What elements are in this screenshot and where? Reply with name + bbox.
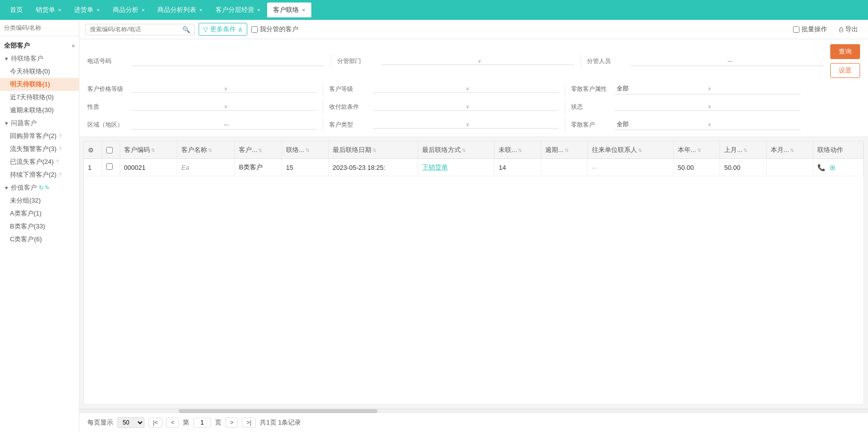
sort-icon[interactable]: ⇅ <box>743 147 747 153</box>
nav-close-icon[interactable]: × <box>199 7 202 13</box>
action-buttons: 查询 设置 <box>830 44 860 78</box>
td-last-contact-date: 2023-05-23 18:25: <box>328 159 418 176</box>
export-btn[interactable]: ⎙ 导出 <box>835 23 862 35</box>
search-icon[interactable]: 🔍 <box>182 26 190 33</box>
retail-customer-label: 零散客户 <box>571 121 611 129</box>
sort-icon[interactable]: ⇅ <box>697 147 701 153</box>
payment-label: 收付款条件 <box>329 103 369 111</box>
customer-level-label: 客户等级 <box>329 85 369 93</box>
th-checkbox[interactable] <box>102 142 120 159</box>
nav-close-icon[interactable]: × <box>58 7 61 13</box>
horizontal-scrollbar[interactable] <box>79 409 868 413</box>
my-customers-check-input[interactable] <box>251 26 258 33</box>
filter-nature: 性质 ∨ <box>87 103 317 111</box>
nav-purchase-order[interactable]: 进货单 × <box>68 2 105 17</box>
price-level-select[interactable]: ∨ <box>131 85 317 93</box>
sidebar-item-ungrouped[interactable]: 未分组(32) <box>0 194 79 207</box>
sidebar-group-value[interactable]: ▼ 价值客户 ↻ ✎ <box>0 181 79 194</box>
sidebar-group-pending[interactable]: ▼ 待联络客户 <box>0 52 79 65</box>
sort-icon[interactable]: ⇅ <box>208 147 212 153</box>
retail-attr-select[interactable]: 全部 ∨ <box>615 83 800 94</box>
sidebar-item-b-class[interactable]: B类客户(33) <box>0 220 79 233</box>
sort-icon[interactable]: ⇅ <box>258 147 262 153</box>
set-button[interactable]: 设置 <box>830 63 860 78</box>
nav-close-icon[interactable]: × <box>96 7 99 13</box>
bulk-action-btn[interactable]: 批量操作 <box>789 23 831 35</box>
my-customers-checkbox[interactable]: 我分管的客户 <box>251 25 298 34</box>
customer-type-select[interactable]: ∨ <box>373 121 559 129</box>
sidebar: 🔍 全部客户 « ▼ 待联络客户 今天待联络(0) 明天待联络(1) 近7天待联… <box>0 20 79 432</box>
help-icon: ? <box>59 133 62 139</box>
scrollbar-thumb[interactable] <box>179 409 377 413</box>
sort-icon[interactable]: ⇅ <box>638 147 642 153</box>
sidebar-item-repurchase-abnormal[interactable]: 回购异常客户(2) ? <box>0 130 79 143</box>
retail-customer-select[interactable]: 全部 ∨ <box>615 119 800 130</box>
select-all-checkbox[interactable] <box>106 147 113 153</box>
nav-customer-tier[interactable]: 客户分层经营 × <box>210 2 266 17</box>
td-last-contact-method[interactable]: 下销货单 <box>418 159 495 176</box>
sidebar-item-churn-warning[interactable]: 流失预警客户(3) ? <box>0 143 79 155</box>
grid-action-icon[interactable]: ⊞ <box>830 164 835 171</box>
payment-select[interactable]: ∨ <box>373 103 559 111</box>
collapse-icon[interactable]: « <box>72 42 75 49</box>
sidebar-all-customers[interactable]: 全部客户 « <box>0 38 79 52</box>
nature-select[interactable]: ∨ <box>131 103 317 111</box>
nav-product-analysis-list[interactable]: 商品分析列表 × <box>151 2 208 17</box>
sort-icon[interactable]: ⇅ <box>305 147 309 153</box>
bulk-checkbox[interactable] <box>793 26 799 33</box>
row-checkbox[interactable] <box>106 163 113 170</box>
sidebar-item-a-class[interactable]: A类客户(1) <box>0 207 79 220</box>
th-code: 客户编码⇅ <box>120 142 177 159</box>
sort-icon[interactable]: ⇅ <box>518 147 522 153</box>
sidebar-item-7days[interactable]: 近7天待联络(0) <box>0 91 79 104</box>
nav-close-icon[interactable]: × <box>302 7 305 13</box>
phone-action-icon[interactable]: 📞 <box>817 164 825 171</box>
sidebar-item-today[interactable]: 今天待联络(0) <box>0 65 79 78</box>
refresh-icon[interactable]: ↻ <box>39 184 44 191</box>
sidebar-search-input[interactable] <box>4 24 78 31</box>
search-input[interactable] <box>90 26 180 33</box>
person-select[interactable]: ··· <box>631 57 824 66</box>
ellipsis-icon[interactable]: ··· <box>727 58 822 65</box>
td-checkbox[interactable] <box>102 159 120 176</box>
ellipsis-icon[interactable]: ··· <box>224 121 315 128</box>
status-label: 状态 <box>571 103 611 111</box>
first-page-btn[interactable]: |< <box>148 418 162 428</box>
sort-icon[interactable]: ⇅ <box>372 147 376 153</box>
phone-input[interactable] <box>131 57 325 66</box>
sidebar-item-overdue[interactable]: 逾期未联络(30) <box>0 104 79 117</box>
td-action: 📞 ⊞ <box>813 159 863 176</box>
sort-icon[interactable]: ⇅ <box>462 147 466 153</box>
nav-sales-order[interactable]: 销货单 × <box>30 2 67 17</box>
query-button[interactable]: 查询 <box>830 44 860 59</box>
table-header-row: ⚙ 客户编码⇅ 客户名称⇅ 客户...⇅ <box>84 142 864 159</box>
sort-icon[interactable]: ⇅ <box>565 147 569 153</box>
person-label: 分管人员 <box>587 57 627 66</box>
last-page-btn[interactable]: >| <box>242 418 256 428</box>
sidebar-item-tomorrow[interactable]: 明天待联络(1) <box>0 78 79 91</box>
region-select[interactable]: ··· <box>131 120 317 130</box>
sidebar-item-c-class[interactable]: C类客户(6) <box>0 233 79 246</box>
page-number-input[interactable] <box>193 418 211 428</box>
sidebar-group-problem[interactable]: ▼ 问题客户 <box>0 117 79 130</box>
status-select[interactable]: ∨ <box>615 103 800 111</box>
sidebar-item-churned[interactable]: 已流失客户(24) ? <box>0 155 79 168</box>
arrow-icon: ▼ <box>4 121 9 126</box>
page-size-select[interactable]: 50 100 <box>117 417 145 428</box>
nav-product-analysis[interactable]: 商品分析 × <box>107 2 150 17</box>
next-page-btn[interactable]: > <box>225 418 238 428</box>
th-gear[interactable]: ⚙ <box>84 142 102 159</box>
more-conditions-btn[interactable]: ▽ 更多条件 ∧ <box>199 23 247 36</box>
nav-close-icon[interactable]: × <box>142 7 145 13</box>
nav-close-icon[interactable]: × <box>257 7 260 13</box>
nav-customer-contact[interactable]: 客户联络 × <box>267 2 311 17</box>
sort-icon[interactable]: ⇅ <box>151 147 155 153</box>
contact-method-link[interactable]: 下销货单 <box>422 163 448 171</box>
nav-home[interactable]: 首页 <box>4 2 29 17</box>
customer-level-select[interactable]: ∨ <box>373 85 559 93</box>
prev-page-btn[interactable]: < <box>166 418 179 428</box>
sort-icon[interactable]: ⇅ <box>790 147 794 153</box>
dept-select[interactable]: ∨ <box>381 57 575 65</box>
sidebar-item-declining[interactable]: 持续下滑客户(2) ? <box>0 168 79 181</box>
edit-icon[interactable]: ✎ <box>45 184 50 191</box>
